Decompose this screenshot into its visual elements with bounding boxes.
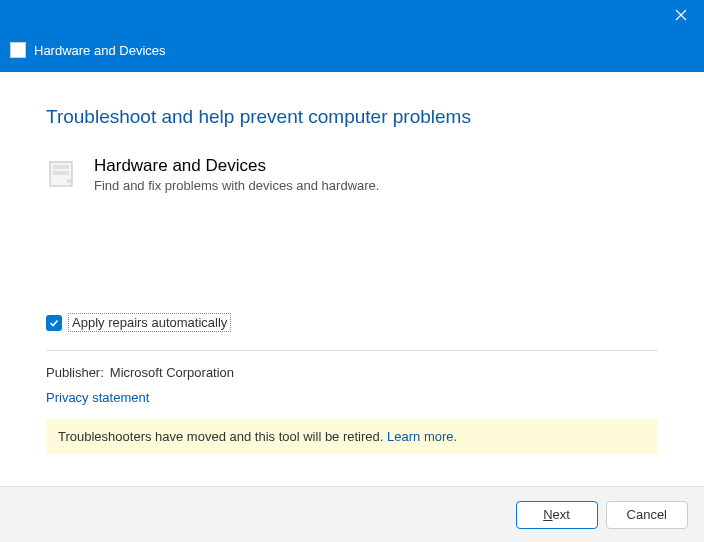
footer: Next Cancel — [0, 486, 704, 542]
apply-repairs-checkbox[interactable] — [46, 315, 62, 331]
close-button[interactable] — [658, 0, 704, 30]
retirement-notice: Troubleshooters have moved and this tool… — [46, 419, 658, 454]
device-section: Hardware and Devices Find and fix proble… — [46, 156, 658, 193]
device-description: Find and fix problems with devices and h… — [94, 178, 379, 193]
app-icon — [10, 42, 26, 58]
titlebar: Hardware and Devices — [0, 0, 704, 72]
device-title: Hardware and Devices — [94, 156, 379, 176]
divider — [46, 350, 658, 351]
content-area: Troubleshoot and help prevent computer p… — [0, 72, 704, 454]
page-heading: Troubleshoot and help prevent computer p… — [46, 106, 658, 128]
apply-repairs-row: Apply repairs automatically — [46, 313, 658, 332]
next-button[interactable]: Next — [516, 501, 598, 529]
cancel-button[interactable]: Cancel — [606, 501, 688, 529]
close-icon — [675, 9, 687, 21]
notice-text: Troubleshooters have moved and this tool… — [58, 429, 383, 444]
checkmark-icon — [49, 318, 59, 328]
svg-rect-1 — [53, 165, 69, 169]
privacy-statement-link[interactable]: Privacy statement — [46, 390, 149, 405]
publisher-label: Publisher: — [46, 365, 104, 380]
device-icon — [46, 156, 80, 190]
svg-point-3 — [67, 179, 71, 183]
publisher-row: Publisher:Microsoft Corporation — [46, 365, 658, 380]
window-title: Hardware and Devices — [34, 43, 166, 58]
publisher-value: Microsoft Corporation — [110, 365, 234, 380]
apply-repairs-label[interactable]: Apply repairs automatically — [68, 313, 231, 332]
svg-rect-2 — [53, 171, 69, 175]
learn-more-link[interactable]: Learn more. — [387, 429, 457, 444]
